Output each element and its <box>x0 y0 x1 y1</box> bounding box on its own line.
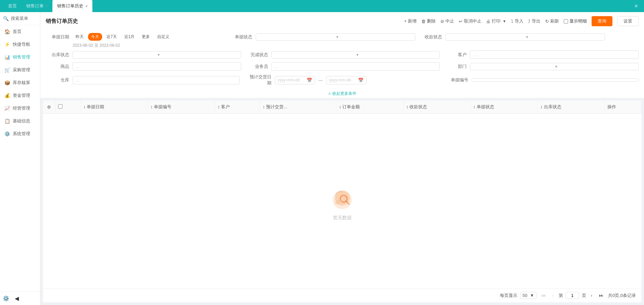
inventory-icon: 📦 <box>4 80 10 85</box>
date-range-text: 2023-06-02 至 2023-06-02 <box>73 43 120 48</box>
col-amount[interactable]: ↕ 订单金额 <box>336 101 403 114</box>
date-btn-today[interactable]: 今天 <box>88 33 102 41</box>
tab-home[interactable]: 首页 <box>3 0 22 12</box>
warehouse-input[interactable]: ... <box>73 76 240 84</box>
page-label: 页 <box>582 293 586 299</box>
print-dropdown-icon[interactable]: ▼ <box>503 19 506 23</box>
display-detail-toggle[interactable]: 显示明细 <box>564 18 587 24</box>
stop-button[interactable]: ⊘ 中止 <box>440 18 454 24</box>
refresh-button[interactable]: ↻ 刷新 <box>545 18 559 24</box>
sidebar: 🔍 搜索菜单 🏠 首页 ⚡ 快捷导航 📊 销售管理 🛒 采购管理 📦 库存核算 … <box>0 12 40 305</box>
bill-status-label: 单据状态 <box>232 34 256 40</box>
col-customer[interactable]: ↕ 客户 <box>215 101 260 114</box>
calendar-icon-from: 📅 <box>307 78 312 83</box>
sidebar-item-basic-info[interactable]: 📋 基础信息 <box>0 115 40 127</box>
sidebar-settings-icon[interactable]: ⚙️ <box>3 295 9 302</box>
col-settings[interactable]: ⚙ <box>43 101 55 114</box>
delivery-date-label: 预计交货日期 <box>246 74 275 86</box>
collapse-up-icon: ∧ <box>328 91 331 96</box>
sidebar-item-inventory[interactable]: 📦 库存核算 <box>0 76 40 89</box>
delivery-date-from[interactable]: yyyy-mm-dd 📅 <box>275 76 315 84</box>
prev-page-btn[interactable]: ‹ <box>550 292 556 299</box>
page-title: 销售订单历史 <box>46 18 78 25</box>
filter-row-4: 仓库 ... 预计交货日期 yyyy-mm-dd 📅 — yyyy-mm-dd <box>46 74 639 86</box>
out-status-select[interactable]: ▼ <box>73 51 241 59</box>
sidebar-collapse-icon[interactable]: ◀ <box>15 295 19 302</box>
per-page-label: 每页显示 <box>500 293 517 299</box>
last-page-btn[interactable]: ⏭ <box>597 292 605 299</box>
refresh-icon: ↻ <box>545 19 549 24</box>
tab-sales-order[interactable]: 销售订单 × <box>22 0 52 12</box>
settings-gear-icon[interactable]: ⚙ <box>47 105 51 110</box>
receipt-status-select[interactable]: ▼ <box>445 33 605 41</box>
set-button[interactable]: 设置 <box>617 16 639 26</box>
salesperson-input[interactable]: ... <box>271 62 440 71</box>
cancel-stop-button[interactable]: ↩ 取消中止 <box>459 18 481 24</box>
date-btn-custom[interactable]: 自定义 <box>154 33 172 41</box>
date-btn-yesterday[interactable]: 昨天 <box>73 33 87 41</box>
filter-row-date-range: 2023-06-02 至 2023-06-02 <box>46 42 639 48</box>
out-status-arrow: ▼ <box>157 53 238 57</box>
warehouse-label: 仓库 <box>46 77 73 83</box>
complete-status-label: 完成状态 <box>248 52 271 58</box>
sidebar-item-quick-nav[interactable]: ⚡ 快捷导航 <box>0 38 40 51</box>
select-all-checkbox[interactable] <box>58 104 62 109</box>
per-page-select[interactable]: 50 ▼ <box>520 292 536 299</box>
filter-row-1: 单据日期 昨天 今天 近7天 近1月 更多 自定义 单据状态 <box>46 33 639 41</box>
customer-input[interactable]: ... <box>470 50 639 59</box>
basic-info-icon: 📋 <box>4 118 10 124</box>
tab-sales-order-history[interactable]: 销售订单历史 × <box>52 0 92 12</box>
col-date[interactable]: ↕ 单据日期 <box>81 101 148 114</box>
close-tab-sales-order[interactable]: × <box>46 4 48 8</box>
bill-no-label: 单据编号 <box>448 77 472 83</box>
sidebar-item-system[interactable]: ⚙️ 系统管理 <box>0 127 40 140</box>
delivery-date-to[interactable]: yyyy-mm-dd 📅 <box>326 76 367 84</box>
calendar-icon-to: 📅 <box>358 78 363 83</box>
date-btn-1month[interactable]: 近1月 <box>121 33 138 41</box>
receipt-status-label: 收款状态 <box>422 34 445 40</box>
export-button[interactable]: ⤴ 导出 <box>528 18 541 24</box>
bill-no-input[interactable] <box>472 78 639 82</box>
sidebar-item-operation[interactable]: 📈 经营管理 <box>0 102 40 115</box>
product-label: 商品 <box>46 64 73 70</box>
complete-status-arrow: ▼ <box>356 53 437 57</box>
sidebar-item-purchase[interactable]: 🛒 采购管理 <box>0 64 40 76</box>
query-button[interactable]: 查询 <box>592 16 612 26</box>
department-select[interactable]: ▼ <box>470 63 639 70</box>
col-checkbox[interactable] <box>55 101 81 114</box>
col-receipt-status[interactable]: ↕ 收款状态 <box>403 101 470 114</box>
import-button[interactable]: ⤵ 导入 <box>511 18 523 24</box>
empty-illustration <box>326 181 359 215</box>
import-icon: ⤵ <box>511 19 513 24</box>
bill-status-arrow: ▼ <box>336 35 413 39</box>
sidebar-item-home[interactable]: 🏠 首页 <box>0 25 40 38</box>
page-number-input[interactable] <box>566 292 579 299</box>
display-detail-checkbox[interactable] <box>564 19 568 24</box>
filter-row-3: 商品 ... 业务员 ... 部门 ▼ <box>46 62 639 71</box>
col-delivery[interactable]: ↕ 预计交货... <box>260 101 336 114</box>
print-button[interactable]: 🖨 打印 ▼ <box>486 18 506 24</box>
delete-icon: 🗑 <box>421 19 426 24</box>
product-input[interactable]: ... <box>73 62 241 71</box>
date-btn-more[interactable]: 更多 <box>139 33 153 41</box>
date-btn-7days[interactable]: 近7天 <box>103 33 120 41</box>
collapse-filters[interactable]: ∧ 收起更多条件 <box>46 89 639 98</box>
pagination: 每页显示 50 ▼ ⏮ ‹ 第 页 › ⏭ 共0页,0条记录 <box>43 288 641 302</box>
sidebar-item-sales[interactable]: 📊 销售管理 <box>0 51 40 64</box>
filter-area: 单据日期 昨天 今天 近7天 近1月 更多 自定义 单据状态 <box>46 30 639 98</box>
customer-label: 客户 <box>446 52 470 58</box>
col-out-status[interactable]: ↕ 出库状态 <box>538 101 605 114</box>
bill-status-select[interactable]: ▼ <box>256 33 415 41</box>
col-no[interactable]: ↕ 单据编号 <box>148 101 215 114</box>
sidebar-item-finance[interactable]: 💰 资金管理 <box>0 89 40 102</box>
new-button[interactable]: + 新增 <box>404 18 417 24</box>
sidebar-search[interactable]: 🔍 搜索菜单 <box>0 12 40 25</box>
delete-button[interactable]: 🗑 删除 <box>421 18 436 24</box>
sales-icon: 📊 <box>4 54 10 60</box>
close-all-tabs[interactable]: × <box>632 3 641 10</box>
col-bill-status[interactable]: ↕ 单据状态 <box>470 101 538 114</box>
next-page-btn[interactable]: › <box>589 292 594 299</box>
complete-status-select[interactable]: ▼ <box>271 51 440 59</box>
close-tab-history[interactable]: × <box>85 4 87 8</box>
first-page-btn[interactable]: ⏮ <box>539 292 548 299</box>
